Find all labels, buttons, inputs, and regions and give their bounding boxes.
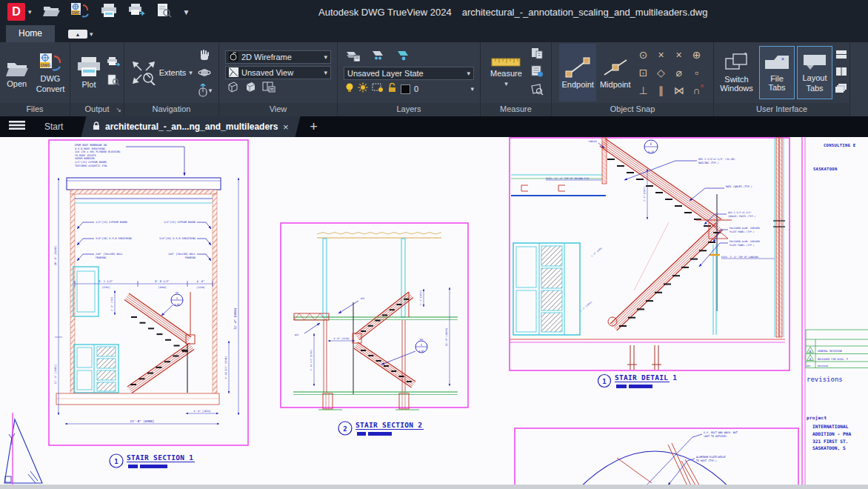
panel-view: 2D Wireframe▾ Unsaved View▾ View bbox=[219, 42, 338, 116]
snap-quadrant-icon[interactable]: ◇ bbox=[657, 67, 665, 79]
midpoint-snap-button[interactable]: Midpoint bbox=[598, 44, 633, 102]
batch-plot-icon[interactable] bbox=[128, 3, 146, 21]
layer-state-dropdown[interactable]: Unsaved Layer State▾ bbox=[344, 67, 474, 80]
svg-text:(BRACE) POSTS (TYP.): (BRACE) POSTS (TYP.) bbox=[728, 215, 755, 218]
preview-icon[interactable] bbox=[107, 74, 120, 89]
panel-output: Plot Output↘ bbox=[70, 42, 124, 116]
svg-text:1/2"[13] GYPSUM BOARD: 1/2"[13] GYPSUM BOARD bbox=[96, 221, 127, 224]
snap-parallel-icon[interactable]: ∥ bbox=[658, 84, 664, 96]
svg-text:15'-4" [4674]: 15'-4" [4674] bbox=[445, 327, 448, 346]
snap-node-icon[interactable]: ▫ bbox=[695, 67, 698, 79]
snap-center-icon[interactable]: ⊙ bbox=[639, 49, 648, 61]
svg-text:2: 2 bbox=[343, 425, 347, 433]
drawing-area[interactable]: EPDM ROOF MEMBRANE ON O.S.B ROOF SHEATHI… bbox=[0, 137, 868, 489]
svg-text:3/4"[19] O.S.B SHEATHING: 3/4"[19] O.S.B SHEATHING bbox=[96, 237, 132, 240]
plot-button[interactable]: Plot bbox=[74, 55, 104, 90]
layout-tabs-button[interactable]: Layout Tabs bbox=[797, 46, 832, 99]
snap-apparent-intersection-icon[interactable]: × bbox=[675, 49, 681, 61]
layer-thaw-icon bbox=[358, 82, 368, 96]
tab-start[interactable]: Start bbox=[34, 122, 73, 132]
cascade-icon[interactable] bbox=[835, 83, 847, 96]
named-view-dropdown[interactable]: Unsaved View▾ bbox=[225, 66, 331, 79]
panel-layers: Unsaved Layer State▾ 0 ▾ Layers bbox=[338, 42, 481, 116]
snap-tangent-icon[interactable]: ⌀ bbox=[675, 67, 681, 79]
menu-hamburger-icon[interactable] bbox=[0, 120, 34, 133]
dwg-convert-button[interactable]: DWG DWG Convert bbox=[34, 50, 67, 95]
file-tabs-button[interactable]: × File Tabs bbox=[759, 46, 795, 99]
ribbon-minimize-icon: ▲ bbox=[68, 30, 87, 39]
ribbon-minimize-button[interactable]: ▲ ▾ bbox=[68, 30, 93, 39]
snap-extension-icon[interactable]: ⊕ bbox=[692, 49, 701, 61]
viewport-config-icon[interactable] bbox=[262, 82, 276, 96]
snap-off-icon[interactable]: ∩× bbox=[692, 84, 700, 96]
svg-text:2'-6" [762]: 2'-6" [762] bbox=[110, 296, 113, 311]
app-menu-button[interactable]: D ▾ bbox=[7, 3, 32, 21]
title-bar: D ▾ DWG ▼ Autodesk DWG TrueView 2024 arc… bbox=[0, 0, 868, 24]
snap-perpendicular-icon[interactable]: ⊥ bbox=[638, 84, 647, 96]
drawing-canvas[interactable]: EPDM ROOF MEMBRANE ON O.S.B ROOF SHEATHI… bbox=[0, 137, 868, 489]
box-wireframe-icon[interactable] bbox=[227, 82, 238, 96]
open-button[interactable]: Open bbox=[3, 56, 31, 90]
svg-text:RAILING (TYP.): RAILING (TYP.) bbox=[698, 162, 719, 164]
svg-text:1/2"[13] GYPSUM BOARD: 1/2"[13] GYPSUM BOARD bbox=[75, 161, 107, 164]
quick-properties-icon[interactable] bbox=[530, 47, 544, 62]
switch-windows-button[interactable]: Switch Windows bbox=[716, 51, 757, 94]
svg-text:3'-4" [1016]: 3'-4" [1016] bbox=[419, 290, 422, 306]
svg-text:W15: W15 bbox=[361, 297, 365, 300]
properties-list-icon[interactable] bbox=[530, 65, 544, 80]
svg-text:TO HOST (TYP.): TO HOST (TYP.) bbox=[696, 459, 717, 462]
svg-text:1'-0" [300]: 1'-0" [300] bbox=[590, 247, 603, 258]
panel-measure: Measure ▾ Measure bbox=[481, 42, 552, 116]
snap-intersection-icon[interactable]: × bbox=[658, 49, 664, 61]
dialog-launcher-icon[interactable]: ↘ bbox=[116, 104, 121, 116]
layer-isolate-icon[interactable] bbox=[370, 50, 385, 64]
svg-text:SASKATOON: SASKATOON bbox=[813, 167, 838, 171]
close-icon[interactable]: × bbox=[284, 122, 290, 133]
pan-icon[interactable] bbox=[198, 49, 211, 64]
dwg-convert-icon: DWG bbox=[39, 52, 62, 73]
svg-text:6'-0" [1824]: 6'-0" [1824] bbox=[193, 410, 210, 413]
panel-label-output: Output↘ bbox=[70, 103, 124, 116]
print-icon[interactable] bbox=[100, 3, 118, 21]
midpoint-icon bbox=[601, 56, 630, 79]
measure-button[interactable]: Measure ▾ bbox=[488, 56, 524, 90]
layer-properties-icon[interactable] bbox=[345, 50, 360, 64]
mouse-icon bbox=[197, 84, 209, 97]
svg-text:(NUT TO OUTSIDE): (NUT TO OUTSIDE) bbox=[704, 435, 727, 438]
open-icon[interactable] bbox=[42, 3, 60, 21]
layer-dropdown[interactable]: 0 ▾ bbox=[344, 82, 474, 96]
dwg-convert-icon[interactable]: DWG bbox=[70, 2, 90, 21]
svg-text:32'-4" [9804]: 32'-4" [9804] bbox=[233, 307, 237, 330]
tab-home[interactable]: Home bbox=[6, 25, 55, 42]
svg-text:TO ROOF JOISTS: TO ROOF JOISTS bbox=[75, 154, 96, 157]
chevron-down-icon: ▾ bbox=[504, 79, 508, 88]
svg-text:HSS 1-1/2"x1-1/2" (36.GR): HSS 1-1/2"x1-1/2" (36.GR) bbox=[698, 158, 735, 161]
batch-plot-icon[interactable] bbox=[107, 56, 120, 70]
zoom-extents-button[interactable]: Extents ▾ bbox=[131, 60, 193, 85]
svg-text:[1220]: [1220] bbox=[196, 286, 205, 289]
tab-document-active[interactable]: architectural_-_an...ng_and_multileaders… bbox=[81, 116, 301, 137]
svg-text:1: 1 bbox=[114, 458, 118, 465]
tile-vertically-icon[interactable] bbox=[835, 66, 847, 79]
visual-style-dropdown[interactable]: 2D Wireframe▾ bbox=[225, 50, 331, 64]
panel-label-measure: Measure bbox=[481, 103, 551, 116]
box-solid-icon[interactable] bbox=[244, 82, 256, 96]
svg-text:S.S. BOLT AND ANCH. NUT: S.S. BOLT AND ANCH. NUT bbox=[704, 431, 738, 434]
area-query-icon[interactable] bbox=[530, 83, 544, 99]
tile-horizontally-icon[interactable] bbox=[835, 49, 847, 62]
snap-insertion-icon[interactable]: ⊡ bbox=[639, 67, 648, 79]
panel-object-snap: Endpoint Midpoint ⊙ × × ⊕ ⊡ ◇ ⌀ ▫ ⊥ ∥ ⋈ … bbox=[552, 42, 714, 116]
plot-preview-icon[interactable] bbox=[156, 3, 173, 21]
svg-text:2x6" [38x140] WALL: 2x6" [38x140] WALL bbox=[168, 253, 196, 256]
svg-text:EPDM ROOF MEMBRANE ON: EPDM ROOF MEMBRANE ON bbox=[75, 144, 107, 147]
orbit-icon[interactable] bbox=[198, 67, 211, 81]
new-tab-button[interactable]: + bbox=[310, 119, 318, 135]
layer-unisolate-icon[interactable] bbox=[395, 50, 410, 64]
chevron-down-icon: ▾ bbox=[189, 69, 193, 76]
label-stair-section-2: 2 STAIR SECTION 2 bbox=[338, 421, 424, 436]
svg-text:321 FIRST ST.: 321 FIRST ST. bbox=[812, 439, 848, 444]
mouse-navigation-button[interactable]: ▾ bbox=[197, 84, 213, 97]
snap-nearest-icon[interactable]: ⋈ bbox=[674, 84, 684, 96]
endpoint-snap-button[interactable]: Endpoint bbox=[559, 44, 595, 102]
qat-customize-icon[interactable]: ▼ bbox=[183, 8, 190, 16]
